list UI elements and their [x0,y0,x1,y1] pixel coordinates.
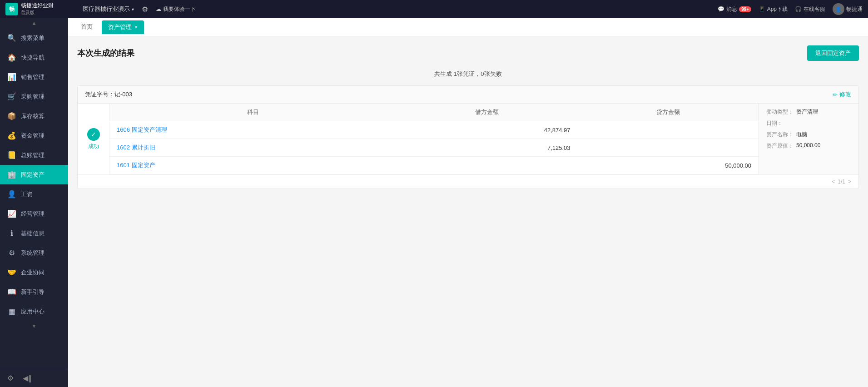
voucher-number: 凭证字号：记-003 [85,90,132,99]
change-type-label: 变动类型： [766,108,794,116]
messages-nav-item[interactable]: 💬 消息 99 [718,5,751,13]
experience-button[interactable]: ☁ 我要体验一下 [156,5,196,13]
sidebar-item-system[interactable]: ⚙ 系统管理 [0,243,68,263]
company-name: 医疗器械行业演示 [83,5,130,13]
sidebar-item-label: 系统管理 [21,249,45,257]
debit-cell-1601 [397,157,577,174]
payroll-icon: 👤 [7,190,16,198]
fixed-assets-icon: 🏢 [7,170,16,179]
sidebar-item-search[interactable]: 🔍 搜索菜单 [0,28,68,48]
sidebar-item-label: 固定资产 [21,171,45,179]
voucher-table: 科目 借方金额 贷方金额 1606 固定资产清理 42,874.97 [109,104,759,174]
col-header-debit: 借方金额 [397,104,577,121]
date-label: 日期： [766,119,783,127]
sidebar-item-ledger[interactable]: 📒 总账管理 [0,145,68,165]
sidebar-collapse-icon[interactable]: ◀‖ [23,374,32,382]
sidebar-item-app-center[interactable]: ▦ 应用中心 [0,302,68,321]
asset-name-label: 资产名称： [766,131,794,139]
messages-badge: 99 [739,6,751,12]
app-version: 普及版 [21,10,54,16]
success-indicator: ✓ 成功 [78,104,109,174]
message-icon: 💬 [718,6,724,12]
sidebar-item-label: 基础信息 [21,229,45,238]
success-check-icon: ✓ [87,128,100,141]
credit-cell-1601: 50,000.00 [578,157,759,174]
subject-cell-1601[interactable]: 1601 固定资产 [109,157,397,174]
next-page-button[interactable]: > [848,179,851,185]
tab-bar: 首页 资产管理 × [68,18,868,36]
tab-label: 资产管理 [108,23,132,31]
chevron-down-icon: ▾ [132,7,134,12]
sidebar-item-label: 总账管理 [21,151,45,159]
sidebar-item-fixed-assets[interactable]: 🏢 固定资产 [0,165,68,184]
change-type-value: 资产清理 [796,108,818,116]
sidebar-settings-icon[interactable]: ⚙ [7,374,14,382]
debit-cell-1606: 42,874.97 [397,121,577,139]
sidebar-item-tutorial[interactable]: 📖 新手引导 [0,282,68,302]
side-asset-value: 资产原值： 50,000.00 [766,142,851,150]
sidebar-item-label: 销售管理 [21,73,45,81]
success-label: 成功 [88,143,99,150]
online-service-nav-item[interactable]: 🎧 在线客服 [795,5,825,13]
info-icon: ℹ [7,229,16,238]
sidebar-item-label: 资金管理 [21,132,45,140]
table-row: 1606 固定资产清理 42,874.97 [109,121,759,139]
app-download-nav-item[interactable]: 📱 App下载 [759,5,788,13]
username: 畅捷通 [846,5,863,13]
ledger-icon: 📒 [7,151,16,159]
page-content: 本次生成的结果 返回固定资产 共生成 1张凭证，0张失败 凭证字号：记-003 … [68,36,868,387]
sales-icon: 📊 [7,73,16,81]
sidebar-item-label: 应用中心 [21,308,45,316]
side-change-type: 变动类型： 资产清理 [766,108,851,116]
main-layout: ▲ 🔍 搜索菜单 🏠 快捷导航 📊 销售管理 🛒 采购管理 📦 库存核算 💰 资… [0,18,868,387]
tab-asset-management[interactable]: 资产管理 × [102,20,144,34]
inventory-icon: 📦 [7,112,16,120]
asset-value-label: 资产原值： [766,142,794,150]
sidebar-item-funds[interactable]: 💰 资金管理 [0,126,68,145]
sidebar-item-enterprise[interactable]: 🤝 企业协同 [0,263,68,282]
sidebar-item-label: 企业协同 [21,268,45,277]
sidebar-item-operations[interactable]: 📈 经营管理 [0,204,68,223]
content-area: 首页 资产管理 × 本次生成的结果 返回固定资产 共生成 1张凭证，0张失败 凭… [68,18,868,387]
return-button[interactable]: 返回固定资产 [807,45,859,61]
app-logo-icon: 畅 [5,3,18,15]
sidebar: ▲ 🔍 搜索菜单 🏠 快捷导航 📊 销售管理 🛒 采购管理 📦 库存核算 💰 资… [0,18,68,387]
sidebar-scroll-down[interactable]: ▼ [0,321,68,331]
system-icon: ⚙ [7,248,16,257]
tab-close-button[interactable]: × [134,24,138,30]
edit-icon: ✏ [833,91,838,98]
pagination: < 1/1 > [832,179,851,185]
sidebar-item-quick-nav[interactable]: 🏠 快捷导航 [0,48,68,67]
logo-area: 畅 畅捷通好业财 普及版 [5,2,74,16]
sidebar-item-basic-info[interactable]: ℹ 基础信息 [0,223,68,243]
voucher-card: 凭证字号：记-003 ✏ 修改 ✓ 成功 [77,85,859,189]
sidebar-item-payroll[interactable]: 👤 工资 [0,184,68,204]
company-selector[interactable]: 医疗器械行业演示 ▾ [83,5,134,13]
purchase-icon: 🛒 [7,92,16,101]
voucher-side-panel: 变动类型： 资产清理 日期： 资产名称： 电脑 资产原值： [759,104,858,174]
sidebar-item-label: 搜索菜单 [21,34,45,42]
user-nav-item[interactable]: 👤 畅捷通 [833,3,863,15]
table-row: 1602 累计折旧 7,125.03 [109,139,759,157]
page-header: 本次生成的结果 返回固定资产 [77,45,859,61]
sidebar-bottom: ⚙ ◀‖ [0,369,68,387]
tab-home[interactable]: 首页 [75,19,98,35]
subject-cell-1602[interactable]: 1602 累计折旧 [109,139,397,157]
sidebar-item-sales[interactable]: 📊 销售管理 [0,67,68,87]
sidebar-item-label: 新手引导 [21,288,45,296]
page-indicator: 1/1 [838,179,845,185]
page-title: 本次生成的结果 [77,48,134,59]
top-nav-center: 医疗器械行业演示 ▾ ⚙ ☁ 我要体验一下 [74,3,718,15]
online-service-label: 在线客服 [804,5,825,13]
subject-cell-1606[interactable]: 1606 固定资产清理 [109,121,397,139]
tutorial-icon: 📖 [7,288,16,296]
settings-icon[interactable]: ⚙ [139,3,151,15]
edit-button[interactable]: ✏ 修改 [833,90,851,99]
sidebar-item-inventory[interactable]: 📦 库存核算 [0,106,68,126]
sidebar-item-purchase[interactable]: 🛒 采购管理 [0,87,68,106]
asset-name-value: 电脑 [796,131,807,139]
operations-icon: 📈 [7,209,16,218]
messages-label: 消息 [726,5,737,13]
sidebar-scroll-up[interactable]: ▲ [0,18,68,28]
prev-page-button[interactable]: < [832,179,835,185]
